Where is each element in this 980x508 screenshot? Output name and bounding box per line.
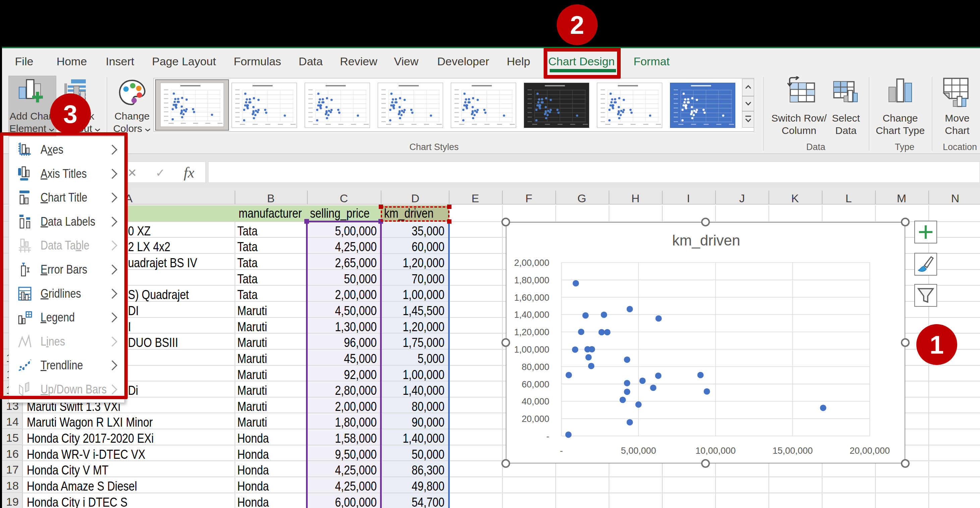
svg-text:2,00,000: 2,00,000	[514, 258, 549, 268]
svg-text:1,40,000: 1,40,000	[514, 310, 549, 320]
svg-text:1,20,000: 1,20,000	[514, 327, 549, 337]
svg-text:20,00,000: 20,00,000	[850, 446, 890, 456]
svg-text:40,000: 40,000	[522, 397, 549, 406]
svg-text:1,60,000: 1,60,000	[514, 293, 549, 303]
svg-text:5,00,000: 5,00,000	[621, 446, 656, 456]
svg-text:80,000: 80,000	[522, 362, 549, 372]
svg-text:-: -	[560, 446, 563, 456]
svg-text:60,000: 60,000	[522, 379, 549, 389]
svg-text:10,00,000: 10,00,000	[695, 446, 736, 456]
svg-text:20,000: 20,000	[522, 414, 549, 424]
svg-text:km_driven: km_driven	[672, 232, 740, 248]
svg-text:1,00,000: 1,00,000	[514, 344, 549, 355]
svg-text:1,80,000: 1,80,000	[514, 275, 549, 285]
svg-text:-: -	[546, 431, 549, 441]
svg-text:15,00,000: 15,00,000	[773, 446, 813, 456]
